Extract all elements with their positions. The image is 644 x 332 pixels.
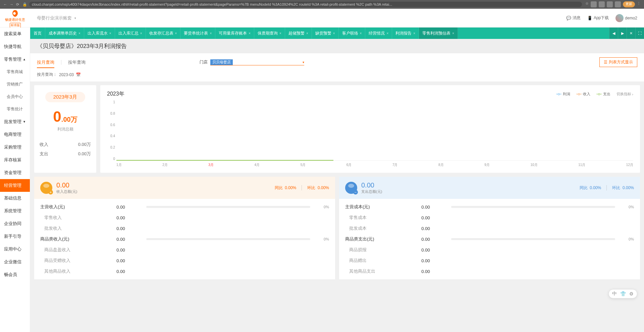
detail-row: 商品赠出0.00 (345, 255, 634, 266)
sidebar-item[interactable]: 批发管理▼ (0, 115, 30, 128)
tab-prev-button[interactable]: ◀ (609, 27, 618, 39)
account-selector[interactable]: 母婴行业演示账套 ▾ (37, 15, 76, 21)
tab[interactable]: 出入库流水× (84, 27, 115, 39)
close-icon[interactable]: × (413, 32, 415, 35)
income-label: 收入总额(元) (56, 189, 77, 194)
detail-row: 主营成本(元)0.000% (345, 202, 634, 212)
close-icon[interactable]: × (249, 32, 251, 35)
tab[interactable]: 利润报告× (392, 27, 419, 39)
calendar-icon[interactable]: 📅 (76, 72, 81, 77)
close-icon[interactable]: × (140, 32, 142, 35)
sidebar-item[interactable]: 基础信息 (0, 192, 30, 205)
chart-legend: 利润收入支出切换指标 › (556, 92, 633, 97)
tab-next-button[interactable]: ▶ (618, 27, 627, 39)
back-icon[interactable]: ← (3, 2, 7, 7)
tab[interactable]: 经营情况× (365, 27, 392, 39)
reload-icon[interactable]: ⟳ (16, 2, 19, 7)
extension-icon[interactable] (607, 1, 613, 7)
store-label: 门店 (200, 59, 208, 65)
sidebar-item[interactable]: 电商管理 (0, 128, 30, 141)
shirt-icon: 👕 (620, 291, 626, 296)
tab[interactable]: 出入库汇总× (115, 27, 146, 39)
content-area: 首页成本调整单历史×出入库流水×出入库汇总×收发存汇总表×要货单统计表×可用量库… (30, 27, 644, 332)
close-icon[interactable]: × (175, 32, 177, 35)
message-icon: 💬 (566, 16, 571, 20)
logo[interactable]: 畅捷通好生意 标准版 (0, 8, 30, 28)
sidebar-item[interactable]: 畅会员 (0, 268, 30, 281)
extension-icon[interactable] (591, 1, 597, 7)
sidebar-item[interactable]: 零售统计 (0, 103, 30, 115)
detail-row: 商品损报0.00 (345, 244, 634, 255)
list-view-button[interactable]: ☰ 列表方式显示 (599, 57, 637, 67)
sidebar-item[interactable]: 营销推广 (0, 78, 30, 91)
tab-close-button[interactable]: ✕ (627, 27, 635, 39)
tab[interactable]: 零售利润预估表× (419, 27, 458, 39)
sidebar-item[interactable]: 企业协同 (0, 217, 30, 230)
tab[interactable]: 要货单统计表× (180, 27, 215, 39)
sidebar-item[interactable]: 零售商城 (0, 66, 30, 78)
query-tab-month[interactable]: 按月查询 (37, 58, 54, 67)
list-icon: ☰ (604, 60, 607, 65)
tab[interactable]: 保质期查询× (254, 27, 285, 39)
sidebar-item[interactable]: 采购管理 (0, 141, 30, 154)
x-tick: 3月 (208, 163, 214, 167)
period-badge: 2023年3月 (45, 92, 86, 102)
update-button[interactable]: 更新 (623, 1, 635, 7)
tab[interactable]: 成本调整单历史× (45, 27, 84, 39)
sidebar-item[interactable]: 企业微信 (0, 256, 30, 268)
menu-icon[interactable]: ⋮ (637, 1, 641, 7)
tab[interactable]: 缺货预警× (312, 27, 339, 39)
extension-icon[interactable] (615, 1, 621, 7)
x-tick: 10月 (530, 163, 537, 167)
sidebar-item[interactable]: 经营管理 (0, 179, 30, 192)
income-card: + 0.00 收入总额(元) 同比 0.00% 环比 0.00% 主营收入(元)… (34, 177, 335, 279)
star-icon[interactable]: ☆ (585, 1, 589, 7)
tab[interactable]: 首页 (30, 27, 45, 39)
tab[interactable]: 收发存汇总表× (146, 27, 181, 39)
tab[interactable]: 可用量库存账本× (215, 27, 254, 39)
messages-button[interactable]: 💬 消息 (566, 15, 581, 21)
sidebar-item[interactable]: 系统管理 (0, 205, 30, 217)
sidebar-item[interactable]: 资金管理 (0, 166, 30, 179)
close-icon[interactable]: × (306, 32, 308, 35)
detail-row: 零售收入0.00 (40, 212, 329, 223)
tab[interactable]: 客户联络× (339, 27, 366, 39)
app-download-button[interactable]: 📱 App下载 (587, 15, 609, 21)
close-icon[interactable]: × (360, 32, 362, 35)
sidebar-item[interactable]: 库存核算 (0, 154, 30, 166)
chart-plot[interactable]: 10.80.60.40.20 1月2月3月4月5月6月7月8月9月10月11月1… (107, 100, 633, 167)
store-select[interactable]: 贝贝母婴店 ▾ (210, 59, 304, 65)
sidebar-item[interactable]: 新手引导 (0, 230, 30, 243)
forward-icon[interactable]: → (10, 2, 13, 7)
switch-indicator-button[interactable]: 切换指标 › (616, 92, 633, 97)
close-icon[interactable]: × (210, 32, 212, 35)
brand-text: 畅捷通好生意 (5, 17, 25, 22)
x-tick: 12月 (626, 163, 633, 167)
sidebar-item[interactable]: 会员中心 (0, 91, 30, 103)
sidebar-item[interactable]: 快捷导航 (0, 40, 30, 53)
url-bar[interactable]: cloud.chanjet.com/nsj/u400i74daqxn/lole3… (29, 2, 582, 7)
x-tick: 1月 (116, 163, 122, 167)
sidebar-item[interactable]: 零售管理▲ (0, 53, 30, 66)
income-icon: + (40, 182, 52, 194)
user-menu[interactable]: demo2 (615, 14, 637, 22)
browser-nav: ← → ⟳ (3, 2, 19, 7)
chart-card: 2023年 利润收入支出切换指标 › 10.80.60.40.20 1月2月3月… (100, 85, 640, 173)
extension-icon[interactable] (599, 1, 605, 7)
query-tab-year[interactable]: 按年查询 (68, 58, 86, 67)
chevron-down-icon: ▾ (74, 16, 76, 20)
tab[interactable]: 超储预警× (285, 27, 312, 39)
sidebar-item[interactable]: 搜索菜单 (0, 27, 30, 40)
legend-item[interactable]: 利润 (556, 92, 570, 97)
ime-widget[interactable]: 中 👕 ⚙ (608, 289, 637, 298)
legend-item[interactable]: 收入 (576, 92, 590, 97)
close-icon[interactable]: × (452, 32, 454, 35)
close-icon[interactable]: × (333, 32, 335, 35)
close-icon[interactable]: × (78, 32, 80, 35)
close-icon[interactable]: × (386, 32, 388, 35)
close-icon[interactable]: × (279, 32, 281, 35)
sidebar-item[interactable]: 应用中心 (0, 243, 30, 256)
legend-item[interactable]: 支出 (596, 92, 610, 97)
tab-expand-button[interactable]: ⛶ (635, 27, 644, 39)
close-icon[interactable]: × (109, 32, 111, 35)
